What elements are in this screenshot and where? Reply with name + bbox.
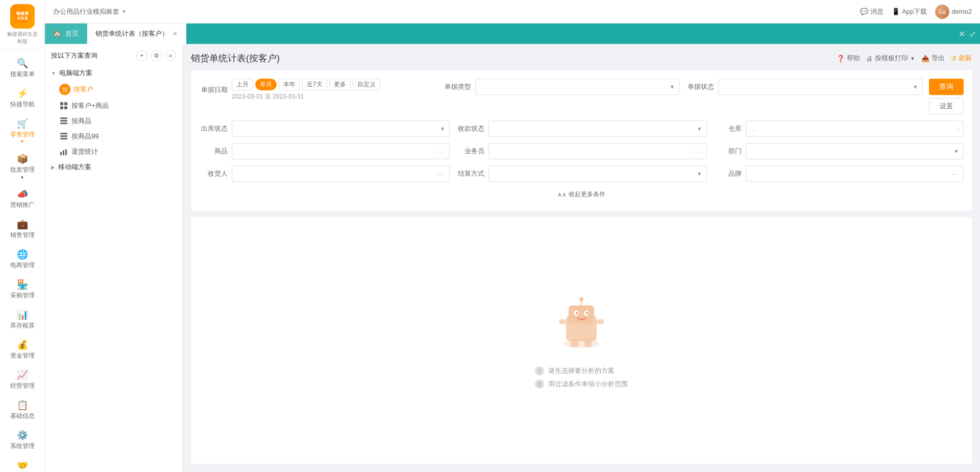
- message-icon: 💬: [860, 8, 868, 15]
- tabbar-controls: ✕ ⤢: [954, 29, 980, 39]
- print-label: 按模板打印: [875, 54, 908, 63]
- svg-rect-15: [65, 149, 67, 155]
- sidebar-item-basic-label: 基础信息: [10, 412, 35, 420]
- tip-num-2: 2: [535, 380, 544, 389]
- tab-home[interactable]: 🏠 首页: [45, 23, 87, 44]
- date-filter-label: 单据日期: [199, 85, 228, 95]
- stock-status-select[interactable]: ▼: [232, 121, 450, 137]
- sidebar-item-wholesale[interactable]: 📦 批发管理 ▲: [0, 149, 44, 183]
- doc-type-filter: 单据类型 ▼: [443, 79, 680, 95]
- svg-text:好生意: 好生意: [16, 16, 28, 20]
- tip-num-1: 1: [535, 366, 544, 375]
- tree-section-desktop[interactable]: ▼ 电脑端方案: [45, 65, 182, 81]
- doc-type-select[interactable]: ▼: [475, 79, 680, 95]
- collapse-more-btn[interactable]: ∧∧ 收起更多条件: [557, 190, 605, 199]
- empty-tips: 1 请先选择要分析的方案 2 用过滤条件来缩小分析范围: [535, 366, 628, 389]
- sidebar-brand-label: 畅捷通好生意 标版: [7, 31, 38, 45]
- sidebar-item-purchase[interactable]: 🏪 采购管理: [0, 275, 44, 304]
- export-icon: 📤: [921, 55, 929, 62]
- company-dropdown[interactable]: 办公用品行业模拟账套 ▼: [53, 7, 127, 16]
- warehouse-placeholder: ...: [750, 125, 756, 133]
- filter-area: 单据日期 上月 本月 本年 近7天 更多 自定义 2023-03-01 至 20…: [191, 70, 972, 211]
- export-btn[interactable]: 📤 导出: [921, 54, 945, 63]
- svg-rect-11: [60, 135, 67, 137]
- department-select[interactable]: ▼: [746, 143, 964, 159]
- tab-close-icon[interactable]: ✕: [173, 30, 178, 37]
- plus-icon: +: [140, 52, 143, 59]
- tree-item-by-customer[interactable]: 按 按客户: [53, 81, 182, 98]
- settlement-select[interactable]: ▼: [488, 166, 706, 182]
- warehouse-select[interactable]: ... |: [746, 121, 964, 137]
- department-filter: 部门 ▼: [713, 143, 964, 159]
- collapse-row: ∧∧ 收起更多条件: [199, 186, 964, 203]
- tab-minimize-btn[interactable]: ✕: [959, 29, 965, 39]
- wholesale-icon: 📦: [17, 153, 28, 164]
- company-name: 办公用品行业模拟账套: [53, 7, 119, 16]
- sidebar-item-sales[interactable]: 💼 销售管理: [0, 215, 44, 244]
- sidebar-item-operations[interactable]: 📈 经营管理: [0, 365, 44, 394]
- svg-rect-13: [60, 152, 62, 155]
- svg-rect-3: [60, 102, 63, 105]
- collapse-up-icon: ∧∧: [557, 191, 567, 198]
- sidebar-item-shortcut[interactable]: ⚡ 快捷导航: [0, 84, 44, 113]
- print-btn[interactable]: 🖨 按模板打印 ▼: [866, 54, 915, 63]
- date-btn-last-month[interactable]: 上月: [232, 79, 253, 90]
- tab-home-label: 首页: [65, 29, 79, 38]
- payment-status-select[interactable]: ▼: [488, 121, 706, 137]
- date-btn-this-year[interactable]: 本年: [279, 79, 300, 90]
- tree-section-mobile[interactable]: ▶ 移动端方案: [45, 159, 182, 175]
- date-btn-7days[interactable]: 近7天: [302, 79, 327, 90]
- tree-item-by-customer-product[interactable]: 按客户+商品: [53, 98, 182, 113]
- sidebar-item-finance[interactable]: 💰 资金管理: [0, 335, 44, 364]
- help-btn[interactable]: ❓ 帮助: [837, 54, 860, 63]
- doc-status-select[interactable]: ▼: [718, 79, 923, 95]
- date-btn-more[interactable]: 更多: [329, 79, 351, 90]
- user-avatar-btn[interactable]: Ea demo2: [935, 5, 972, 19]
- refresh-scheme-btn[interactable]: ⚙: [151, 50, 162, 61]
- salesperson-select[interactable]: ···: [488, 143, 706, 159]
- tab-sales-stats[interactable]: 销货单统计表（按客户） ✕: [87, 23, 186, 44]
- print-chevron-icon: ▼: [910, 56, 915, 61]
- product-filter: 商品 ···: [199, 143, 450, 159]
- sidebar-item-basic[interactable]: 📋 基础信息: [0, 395, 44, 424]
- left-panel: 按以下方案查询 + ⚙ « ▼ 电脑端方案: [45, 44, 183, 472]
- empty-tip-1-text: 请先选择要分析的方案: [548, 366, 615, 375]
- messages-btn[interactable]: 💬 消息: [860, 7, 884, 16]
- tree-item-by-product-99[interactable]: 按商品99: [53, 129, 182, 144]
- settings-button[interactable]: 设置: [929, 98, 964, 114]
- query-button[interactable]: 查询: [929, 79, 964, 95]
- search-icon: 🔍: [17, 58, 28, 69]
- brand-dots-btn[interactable]: ···: [949, 170, 959, 178]
- date-btn-custom[interactable]: 自定义: [353, 79, 380, 90]
- sidebar-item-retail[interactable]: 🛒 零售管理 ▼: [0, 114, 44, 148]
- empty-tip-2-text: 用过滤条件来缩小分析范围: [548, 380, 628, 389]
- tab-maximize-btn[interactable]: ⤢: [969, 29, 976, 39]
- add-scheme-btn[interactable]: +: [136, 50, 148, 61]
- app-download-btn[interactable]: 📱 App下载: [892, 7, 927, 16]
- settlement-label: 结算方式: [456, 169, 484, 178]
- sidebar-item-inventory[interactable]: 📊 库存核算: [0, 305, 44, 334]
- sidebar-item-marketing-label: 营销推广: [10, 201, 35, 209]
- receiver-dots-btn[interactable]: ···: [435, 170, 445, 178]
- refresh-icon: ↺: [951, 55, 957, 62]
- date-btn-this-month[interactable]: 本月: [255, 79, 277, 90]
- collapse-panel-btn[interactable]: «: [165, 50, 176, 61]
- receiver-select[interactable]: ···: [232, 166, 450, 182]
- refresh-btn[interactable]: ↺ 刷新: [951, 54, 972, 63]
- sidebar-item-system[interactable]: ⚙️ 系统管理: [0, 426, 44, 455]
- product-select[interactable]: ···: [232, 143, 450, 159]
- user-name: demo2: [951, 8, 972, 15]
- salesperson-dots-btn[interactable]: ···: [693, 148, 702, 155]
- inventory-icon: 📊: [17, 309, 28, 320]
- sidebar-item-ecommerce[interactable]: 🌐 电商管理: [0, 245, 44, 274]
- brand-select[interactable]: ···: [746, 166, 964, 182]
- product-dots-btn[interactable]: ···: [435, 148, 445, 155]
- sidebar-item-cooperation[interactable]: 🤝 企业协同: [0, 456, 44, 472]
- left-panel-header: 按以下方案查询 + ⚙ «: [45, 50, 182, 65]
- tree-item-by-product[interactable]: 按商品: [53, 113, 182, 129]
- print-icon: 🖨: [866, 55, 873, 62]
- sidebar-item-search[interactable]: 🔍 搜索菜单: [0, 54, 44, 83]
- tree-item-returns[interactable]: 退货统计: [53, 144, 182, 159]
- sidebar-item-marketing[interactable]: 📣 营销推广: [0, 184, 44, 214]
- marketing-icon: 📣: [17, 188, 28, 200]
